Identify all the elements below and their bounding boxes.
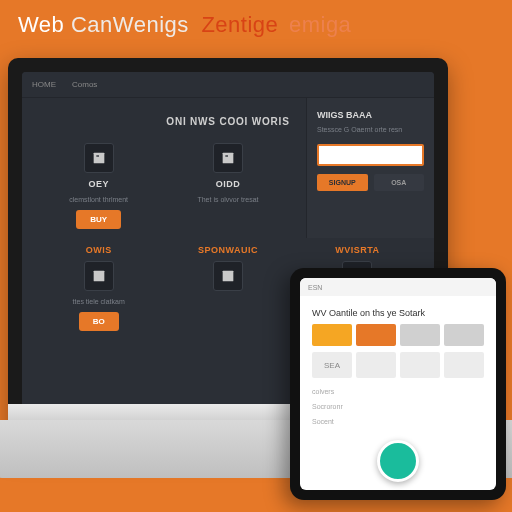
card-name: OIDD <box>216 179 241 189</box>
tablet-tab-0[interactable]: SEA <box>312 352 352 378</box>
card-3: OWIS ttes tiele clatkam BO <box>38 241 159 335</box>
card-0: OEY clemstlont thrlment BUY <box>38 139 159 233</box>
tablet-top-item[interactable]: ESN <box>308 284 322 291</box>
card-icon <box>84 143 114 173</box>
list-item: Socent <box>312 418 484 425</box>
header-word-1: Web <box>18 12 64 37</box>
card-name: WVISRTA <box>335 245 379 255</box>
side-panel: WIIGS BAAA Stessce G Oaernt orte resn SI… <box>306 98 434 238</box>
list-item: colvers <box>312 388 484 395</box>
tablet-tab-1[interactable] <box>356 352 396 378</box>
card-name: SPONWAUIC <box>198 245 258 255</box>
sidepane-subtitle: Stessce G Oaernt orte resn <box>317 126 424 133</box>
fab-button[interactable] <box>377 440 419 482</box>
card-name: OWIS <box>86 245 112 255</box>
topbar-item-2[interactable]: Comos <box>72 80 97 89</box>
tablet-tab-row: SEA <box>300 352 496 378</box>
header-title: Web CanWenigs Zentige emiga <box>18 12 494 38</box>
card-icon <box>213 261 243 291</box>
topbar-item-1[interactable]: HOME <box>32 80 56 89</box>
svg-rect-1 <box>96 155 99 156</box>
tablet-screen: ESN WV Oantile on ths ye Sotark SEA colv… <box>300 278 496 490</box>
sidepane-buttons: SIGNUP OSA <box>317 174 424 191</box>
tablet-tab-2[interactable] <box>400 352 440 378</box>
card-button[interactable]: BUY <box>76 210 121 229</box>
color-swatch-yellow[interactable] <box>312 324 352 346</box>
card-desc: Thet is olvvor tresat <box>197 195 258 204</box>
card-1: OIDD Thet is olvvor tresat <box>167 139 288 233</box>
tablet-topbar: ESN <box>300 278 496 296</box>
svg-rect-0 <box>93 153 104 164</box>
header-word-3: Zentige <box>201 12 278 37</box>
card-4: SPONWAUIC <box>167 241 288 335</box>
tablet-list: colvers Socroronr Socent <box>300 388 496 425</box>
sidepane-input[interactable] <box>317 144 424 166</box>
card-icon <box>213 143 243 173</box>
svg-rect-6 <box>93 271 104 282</box>
list-item: Socroronr <box>312 403 484 410</box>
topbar: HOME Comos <box>22 72 434 98</box>
card-button[interactable]: BO <box>79 312 119 331</box>
card-desc: ttes tiele clatkam <box>73 297 125 306</box>
header-word-4: emiga <box>289 12 351 37</box>
svg-rect-2 <box>223 153 234 164</box>
svg-rect-3 <box>225 155 228 156</box>
tablet-tab-3[interactable] <box>444 352 484 378</box>
sidepane-title: WIIGS BAAA <box>317 110 424 120</box>
card-name: OEY <box>88 179 109 189</box>
tablet-color-row <box>300 324 496 346</box>
tablet-mockup: ESN WV Oantile on ths ye Sotark SEA colv… <box>290 268 506 500</box>
color-swatch-grey-2[interactable] <box>444 324 484 346</box>
svg-rect-7 <box>223 271 234 282</box>
color-swatch-orange[interactable] <box>356 324 396 346</box>
page-header: Web CanWenigs Zentige emiga <box>0 0 512 50</box>
card-icon <box>84 261 114 291</box>
osa-button[interactable]: OSA <box>374 174 425 191</box>
card-desc: clemstlont thrlment <box>69 195 128 204</box>
signup-button[interactable]: SIGNUP <box>317 174 368 191</box>
header-word-2: CanWenigs <box>71 12 189 37</box>
color-swatch-grey-1[interactable] <box>400 324 440 346</box>
tablet-title: WV Oantile on ths ye Sotark <box>300 296 496 324</box>
